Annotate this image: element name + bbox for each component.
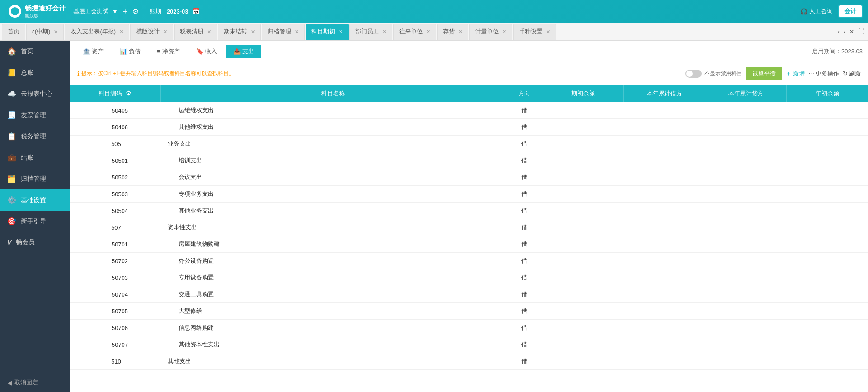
tab-tax-close[interactable]: ✕ [207,29,211,35]
tab-unit[interactable]: 计量单位 ✕ [469,24,512,40]
toolbar-right: 不显示禁用科目 试算平衡 ＋ 新增 ⋯ 更多操作 ↻ 刷新 [685,67,861,80]
table-row: 50702办公设备购置借 [70,253,868,269]
cell-ytd-credit [705,353,787,370]
tab-midterm-close[interactable]: ✕ [54,29,58,35]
add-icon[interactable]: ＋ [122,7,129,16]
sidebar-collapse-btn[interactable]: ◀ 取消固定 [0,373,70,392]
sub-tab-expense[interactable]: 📤 支出 [226,45,261,58]
customer-service-label: 人工咨询 [809,7,833,15]
tab-annual-close[interactable]: ✕ [119,29,123,35]
cell-name: 专项业务支出 [160,186,506,203]
cell-ytd-debit [624,253,705,269]
account-button[interactable]: 会计 [838,5,863,18]
cell-ytd-debit [624,303,705,320]
cell-ytd-debit [624,169,705,186]
add-icon-btn: ＋ [786,70,792,78]
tab-department-close[interactable]: ✕ [382,29,387,35]
tab-tax[interactable]: 税表清册 ✕ [174,24,217,40]
tab-subject-init[interactable]: 科目期初 ✕ [306,24,349,40]
cell-beginning [787,186,868,203]
tab-currency[interactable]: 币种设置 ✕ [513,24,556,40]
cell-code: 50503 [70,186,160,203]
col-opening: 期初余额 [542,85,624,102]
switch-track[interactable] [685,70,702,78]
settings-icon[interactable]: ⚙ [132,7,139,16]
tab-period-end-label: 期末结转 [224,28,247,36]
tab-department-label: 部门员工 [355,28,379,36]
sidebar-item-archive[interactable]: 🗂️ 归档管理 [0,168,70,189]
cell-code: 50406 [70,119,160,136]
tab-counterparty[interactable]: 往来单位 ✕ [393,24,436,40]
tab-period-end[interactable]: 期末结转 ✕ [218,24,261,40]
tab-counterparty-close[interactable]: ✕ [426,29,430,35]
sidebar-item-guide[interactable]: 🎯 新手引导 [0,211,70,232]
tab-template-label: 模版设计 [136,28,160,36]
sidebar-item-reports[interactable]: ☁️ 云报表中心 [0,83,70,104]
sub-tab-assets[interactable]: 🏦 资产 [75,45,111,58]
cell-direction: 借 [506,236,542,253]
tab-next-btn[interactable]: › [841,27,847,36]
toolbar-hint: ℹ 提示：按Ctrl＋F键并输入科目编码或者科目名称可以查找科目。 [77,70,234,77]
balance-button[interactable]: 试算平衡 [746,67,782,80]
sidebar-settings-label: 基础设置 [21,196,46,204]
sub-tab-equity[interactable]: ≡ 净资产 [150,45,187,58]
cell-code: 507 [70,219,160,236]
cell-direction: 借 [506,303,542,320]
switch-knob [686,71,693,77]
col-name: 科目名称 [160,85,506,102]
more-button[interactable]: ⋯ 更多操作 [808,70,839,78]
tab-tax-label: 税表清册 [180,28,203,36]
tab-period-end-close[interactable]: ✕ [251,29,255,35]
accounts-table: 科目编码 ⚙ 科目名称 方向 期初余额 本年累计借方 本年累计贷方 年初余额 5… [70,85,868,370]
sidebar-item-settings[interactable]: ⚙️ 基础设置 [0,189,70,211]
tab-expand-btn[interactable]: ⛶ [856,27,866,36]
dropdown-icon[interactable]: ▼ [112,8,118,15]
period-value: 2023-03 [167,8,189,15]
tab-midterm[interactable]: ε(中期) ✕ [26,24,64,40]
sub-tab-income[interactable]: 🔖 收入 [189,45,224,58]
sidebar-item-home[interactable]: 🏠 首页 [0,41,70,62]
sidebar-item-tax[interactable]: 📋 税务管理 [0,126,70,147]
sidebar-item-ledger[interactable]: 📒 总账 [0,62,70,83]
top-middle: 基层工会测试 ▼ ＋ ⚙ 账期 2023-03 📅 [69,7,800,16]
tab-unit-close[interactable]: ✕ [502,29,506,35]
sidebar-item-close[interactable]: 💼 结账 [0,147,70,168]
tab-inventory[interactable]: 存货 ✕ [437,24,468,40]
sidebar-item-invoice[interactable]: 🧾 发票管理 [0,104,70,126]
cell-ytd-credit [705,236,787,253]
tab-currency-close[interactable]: ✕ [546,29,550,35]
sub-tab-assets-label: 资产 [92,47,104,56]
cell-name: 信息网络购建 [160,320,506,336]
cell-ytd-debit [624,219,705,236]
tab-department[interactable]: 部门员工 ✕ [349,24,392,40]
tab-archive-close[interactable]: ✕ [295,29,299,35]
tab-home[interactable]: 首页 [2,24,25,40]
cell-code: 50502 [70,169,160,186]
tab-template-close[interactable]: ✕ [163,29,167,35]
cell-beginning [787,286,868,303]
tab-subject-init-close[interactable]: ✕ [339,29,343,35]
sidebar-item-member[interactable]: V 畅会员 [0,232,70,253]
cell-opening [542,236,624,253]
cell-direction: 借 [506,169,542,186]
tab-close-all-btn[interactable]: ✕ [847,27,856,36]
add-button[interactable]: ＋ 新增 [786,70,805,78]
tab-inventory-close[interactable]: ✕ [458,29,462,35]
table-row: 50502会议支出借 [70,169,868,186]
tab-annual[interactable]: 收入支出表(年报) ✕ [65,24,129,40]
sub-tab-liabilities[interactable]: 📊 负债 [113,45,148,58]
cell-beginning [787,152,868,169]
refresh-button[interactable]: ↻ 刷新 [843,70,861,78]
tab-home-label: 首页 [8,28,19,36]
customer-service-btn[interactable]: 🎧 人工咨询 [800,7,833,15]
sidebar-member-label: 畅会员 [16,238,35,246]
tab-template[interactable]: 模版设计 ✕ [130,24,173,40]
cell-beginning [787,269,868,286]
toggle-disable-switch[interactable]: 不显示禁用科目 [685,70,742,78]
cell-name: 其他维权支出 [160,119,506,136]
tab-prev-btn[interactable]: ‹ [836,27,842,36]
tab-archive[interactable]: 归档管理 ✕ [262,24,305,40]
calendar-icon[interactable]: 📅 [192,8,200,15]
col-settings-icon[interactable]: ⚙ [126,90,132,97]
cell-ytd-debit [624,336,705,353]
